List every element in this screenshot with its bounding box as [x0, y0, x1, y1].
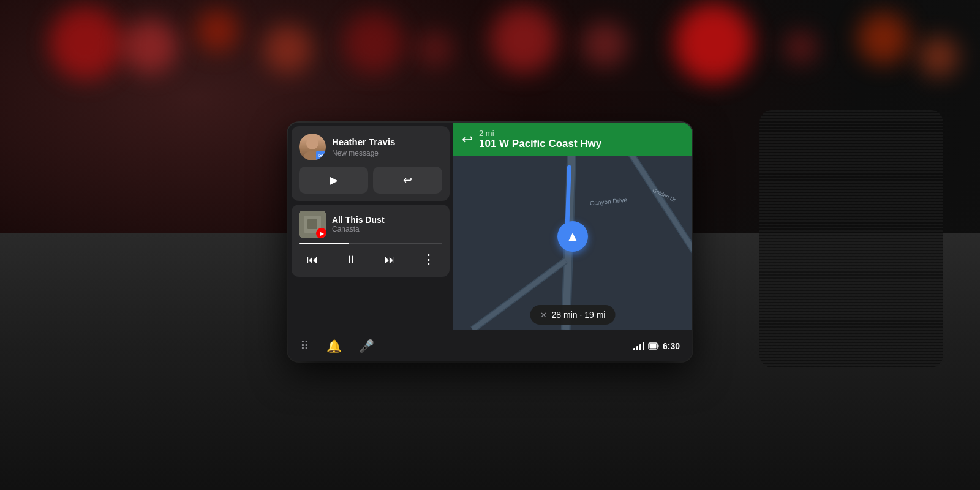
sender-name: Heather Travis [332, 137, 442, 148]
bottom-icons: ⠿ 🔔 🎤 [300, 339, 633, 353]
music-header: ▶ All This Dust Canasta [299, 211, 442, 238]
car-arrow-icon: ▲ [566, 228, 579, 244]
music-info: All This Dust Canasta [332, 215, 442, 234]
eta-bar[interactable]: ✕ 28 min · 19 mi [530, 305, 616, 325]
time-display: 6:30 [663, 341, 680, 351]
nav-header: ↩ 2 mi 101 W Pacific Coast Hwy [453, 123, 692, 156]
svg-point-0 [306, 137, 318, 149]
pause-button[interactable]: ⏸ [340, 249, 362, 271]
background: ✉ Heather Travis New message ▶ ↩ [0, 0, 980, 490]
message-text-block: Heather Travis New message [332, 137, 442, 157]
map-panel[interactable]: Canyon Drive Golden Dr ↩ 2 mi 101 W Paci… [453, 123, 692, 330]
signal-bar-1 [633, 348, 635, 350]
message-header: ✉ Heather Travis New message [299, 134, 442, 160]
music-card[interactable]: ▶ All This Dust Canasta ⏮ ⏸ [292, 205, 450, 277]
avatar: ✉ [299, 134, 326, 160]
next-button[interactable]: ⏭ [379, 249, 401, 271]
music-controls: ⏮ ⏸ ⏭ ⋮ [299, 249, 442, 271]
youtube-badge: ▶ [316, 228, 326, 238]
bell-icon[interactable]: 🔔 [326, 339, 342, 353]
speaker-grille [760, 110, 943, 368]
message-subtitle: New message [332, 149, 442, 157]
left-panel: ✉ Heather Travis New message ▶ ↩ [288, 123, 453, 330]
progress-bar[interactable] [299, 243, 442, 244]
signal-bars [633, 342, 644, 350]
artist-name: Canasta [332, 225, 442, 233]
album-art: ▶ [299, 211, 326, 238]
bottom-bar: ⠿ 🔔 🎤 6:30 [288, 330, 692, 361]
signal-bar-3 [639, 344, 641, 350]
car-marker: ▲ [557, 221, 588, 252]
svg-rect-16 [657, 344, 658, 347]
reply-button[interactable]: ↩ [373, 167, 442, 194]
svg-rect-4 [307, 219, 317, 229]
battery-icon [648, 342, 659, 350]
status-bar: 6:30 [633, 341, 680, 351]
eta-close-icon[interactable]: ✕ [540, 311, 547, 320]
eta-text: 28 min · 19 mi [552, 310, 606, 320]
more-button[interactable]: ⋮ [418, 249, 440, 271]
signal-bar-4 [643, 342, 644, 350]
progress-fill [299, 243, 349, 244]
turn-arrow-icon: ↩ [462, 132, 473, 148]
prev-button[interactable]: ⏮ [301, 249, 323, 271]
nav-info: 2 mi 101 W Pacific Coast Hwy [479, 129, 684, 150]
svg-rect-17 [649, 344, 656, 348]
mic-icon[interactable]: 🎤 [359, 339, 374, 353]
nav-distance: 2 mi [479, 129, 684, 138]
play-button[interactable]: ▶ [299, 167, 368, 194]
song-title: All This Dust [332, 215, 442, 225]
signal-bar-2 [636, 346, 638, 350]
message-actions: ▶ ↩ [299, 167, 442, 194]
messages-badge: ✉ [316, 151, 326, 160]
message-card[interactable]: ✉ Heather Travis New message ▶ ↩ [292, 126, 450, 201]
display-main: ✉ Heather Travis New message ▶ ↩ [288, 123, 692, 330]
grid-icon[interactable]: ⠿ [300, 339, 309, 353]
android-auto-display: ✉ Heather Travis New message ▶ ↩ [288, 123, 692, 361]
nav-street: 101 W Pacific Coast Hwy [479, 138, 684, 150]
